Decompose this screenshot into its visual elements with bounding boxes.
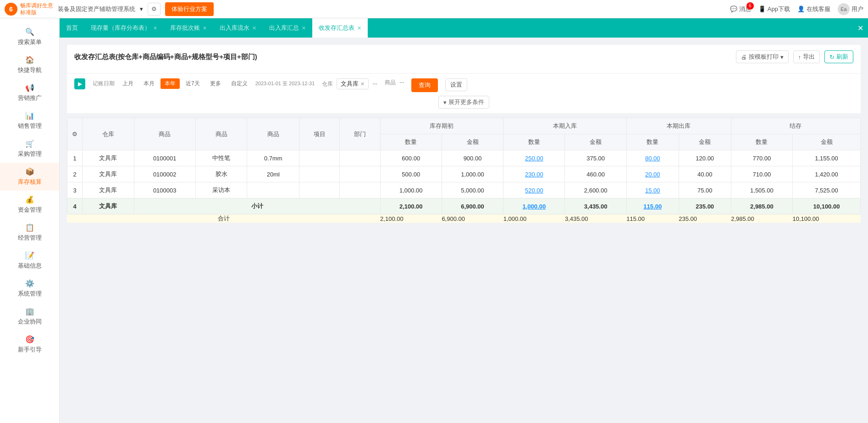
expand-more-btn[interactable]: ▾ 展开更多条件	[438, 96, 489, 109]
sidebar-item-sales[interactable]: 📊 销售管理	[0, 107, 59, 135]
date-btn-7days[interactable]: 近7天	[182, 78, 204, 89]
sidebar-item-quicknav[interactable]: 🏠 快捷导航	[0, 51, 59, 79]
warehouse-tag-close-icon[interactable]: ✕	[360, 81, 365, 87]
sidebar-item-label: 快捷导航	[18, 66, 42, 74]
product-more-btn[interactable]: ···	[399, 78, 404, 87]
messages-item[interactable]: 💬 消息 6	[730, 5, 751, 13]
settings-button[interactable]: ⚙	[148, 3, 160, 16]
app-download-item[interactable]: 📱 App下载	[758, 5, 790, 13]
sidebar-item-purchase[interactable]: 🛒 采购管理	[0, 135, 59, 163]
in-col-header: 本期入库	[503, 118, 627, 134]
print-icon: 🖨	[741, 54, 747, 60]
total-out-qty: 115.00	[626, 214, 679, 223]
warehouse-filter-label: 仓库	[322, 80, 333, 88]
print-button[interactable]: 🖨 按模板打印 ▾	[736, 50, 789, 63]
sidebar-item-search[interactable]: 🔍 搜索菜单	[0, 23, 59, 51]
table-container: ⚙ 仓库 商品 商品 商品 项目 部门 库存期初 本期入库 本期出库	[67, 118, 861, 223]
tab-close-icon[interactable]: ✕	[357, 25, 361, 31]
logo-icon: 6	[5, 3, 17, 16]
sidebar-item-inventory[interactable]: 📦 库存核算	[0, 163, 59, 191]
online-service-item[interactable]: 👤 在线客服	[797, 5, 830, 13]
table-settings-icon[interactable]: ⚙	[72, 131, 77, 137]
tab-bar-close-icon[interactable]: ✕	[857, 24, 863, 33]
query-button[interactable]: 查询	[411, 78, 438, 92]
message-icon: 💬	[730, 5, 737, 12]
tab-batch-account[interactable]: 库存批次账 ✕	[164, 18, 213, 38]
tab-inout-flow[interactable]: 出入库流水 ✕	[213, 18, 263, 38]
data-table: ⚙ 仓库 商品 商品 商品 项目 部门 库存期初 本期入库 本期出库	[67, 118, 861, 223]
sidebar-item-label: 库存核算	[18, 178, 42, 186]
filter-toggle[interactable]: ▶	[74, 78, 85, 89]
tab-close-icon[interactable]: ✕	[153, 25, 157, 31]
app-dropdown[interactable]: ▾	[140, 5, 143, 12]
chevron-down-icon: ▾	[443, 99, 447, 106]
config-col-header[interactable]: ⚙	[67, 118, 83, 150]
out-amt-header: 金额	[679, 134, 731, 150]
total-in-qty: 1,000.00	[503, 214, 565, 223]
filter-setting-button[interactable]: 设置	[445, 78, 467, 91]
total-label: 合计	[67, 214, 381, 223]
page-header: 收发存汇总表(按仓库+商品编码+商品+规格型号+项目+部门) 🖨 按模板打印 ▾…	[67, 45, 861, 73]
chevron-down-icon: ▾	[780, 54, 784, 60]
table-row: 1 文具库 0100001 中性笔 0.7mm 600.00 900.00 25…	[67, 150, 861, 166]
product-filter-label: 商品	[385, 79, 396, 87]
refresh-button[interactable]: ↻ 刷新	[824, 50, 853, 63]
table-subtotal-row: 4 文具库 小计 2,100.00 6,900.00 1,000.00 3,43…	[67, 198, 861, 214]
opening-amt-header: 金额	[442, 134, 503, 150]
sidebar: 🔍 搜索菜单 🏠 快捷导航 📢 营销推广 📊 销售管理 🛒 采购管理 📦	[0, 18, 60, 423]
page-title: 收发存汇总表(按仓库+商品编码+商品+规格型号+项目+部门)	[74, 53, 257, 61]
sidebar-item-operation[interactable]: 📋 经营管理	[0, 219, 59, 247]
purchase-icon: 🛒	[25, 139, 34, 148]
trial-button[interactable]: 体验行业方案	[165, 2, 214, 16]
tab-label: 出入库汇总	[269, 24, 299, 32]
tab-inout-summary[interactable]: 出入库汇总 ✕	[263, 18, 312, 38]
warehouse-tag[interactable]: 文具库 ✕	[337, 78, 369, 89]
product-name-col-header: 商品	[195, 118, 247, 150]
sidebar-item-label: 销售管理	[18, 122, 42, 130]
content-area: 首页 现存量（库存分布表） ✕ 库存批次账 ✕ 出入库流水 ✕ 出入库汇总 ✕	[60, 18, 868, 423]
tab-bar: 首页 现存量（库存分布表） ✕ 库存批次账 ✕ 出入库流水 ✕ 出入库汇总 ✕	[60, 18, 868, 38]
date-btn-last-month[interactable]: 上月	[118, 78, 138, 89]
total-in-amt: 3,435.00	[565, 214, 626, 223]
logo-text: 畅库调好生意 标准版	[20, 2, 53, 16]
header-actions: 🖨 按模板打印 ▾ ↑ 导出 ↻ 刷新	[736, 50, 854, 63]
sidebar-item-finance[interactable]: 💰 资金管理	[0, 191, 59, 219]
tab-recv-summary[interactable]: 收发存汇总表 ✕	[312, 18, 368, 38]
sidebar-item-guide[interactable]: 🎯 新手引导	[0, 330, 59, 358]
opening-col-header: 库存期初	[380, 118, 503, 134]
export-button[interactable]: ↑ 导出	[793, 50, 820, 63]
sidebar-item-system[interactable]: ⚙️ 系统管理	[0, 275, 59, 302]
sidebar-item-marketing[interactable]: 📢 营销推广	[0, 79, 59, 107]
tab-home[interactable]: 首页	[60, 18, 84, 38]
tab-close-icon[interactable]: ✕	[302, 25, 306, 31]
product-spec-col-header: 商品	[247, 118, 299, 150]
page-content: 收发存汇总表(按仓库+商品编码+商品+规格型号+项目+部门) 🖨 按模板打印 ▾…	[60, 38, 868, 423]
date-btn-custom[interactable]: 自定义	[227, 78, 252, 89]
tab-close-icon[interactable]: ✕	[203, 25, 207, 31]
product-code-col-header: 商品	[134, 118, 195, 150]
in-qty-header: 数量	[503, 134, 565, 150]
sidebar-item-label: 资金管理	[18, 206, 42, 214]
basic-icon: 📝	[25, 251, 34, 260]
tab-inventory-dist[interactable]: 现存量（库存分布表） ✕	[84, 18, 164, 38]
marketing-icon: 📢	[25, 83, 34, 92]
sidebar-item-corp[interactable]: 🏢 企业协同	[0, 302, 59, 330]
date-btn-this-year[interactable]: 本年	[160, 78, 180, 89]
total-opening-qty: 2,100.00	[380, 214, 442, 223]
guide-icon: 🎯	[25, 335, 34, 344]
sidebar-item-basic[interactable]: 📝 基础信息	[0, 247, 59, 275]
sidebar-item-label: 搜索菜单	[18, 38, 42, 46]
warehouse-more-btn[interactable]: ···	[372, 80, 377, 88]
date-shortcuts: 上月 本月 本年 近7天 更多 自定义	[118, 78, 252, 89]
date-range-display: 2023-01-01 至 2023-12-31	[255, 80, 315, 87]
date-btn-more[interactable]: 更多	[206, 78, 225, 89]
home-icon: 🏠	[25, 55, 34, 64]
tab-close-icon[interactable]: ✕	[252, 25, 256, 31]
top-bar-right: 💬 消息 6 📱 App下载 👤 在线客服 Ea 用户	[730, 3, 863, 15]
user-item[interactable]: Ea 用户	[838, 3, 863, 15]
date-btn-this-month[interactable]: 本月	[139, 78, 159, 89]
top-bar-left: 6 畅库调好生意 标准版 装备及固定资产辅助管理系统 ▾ ⚙ 体验行业方案	[5, 2, 214, 16]
tab-label: 库存批次账	[170, 24, 200, 32]
chevron-down-icon: ▾	[140, 5, 143, 12]
system-icon: ⚙️	[25, 279, 34, 288]
